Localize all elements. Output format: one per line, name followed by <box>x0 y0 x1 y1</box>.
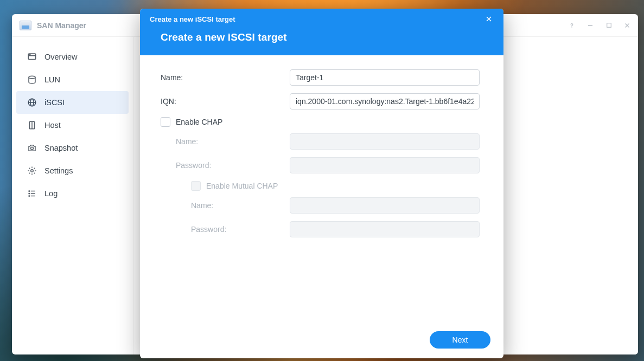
enable-chap-label: Enable CHAP <box>176 118 222 126</box>
mutual-chap-name-input <box>290 197 480 214</box>
list-icon <box>26 188 38 199</box>
sidebar-item-label: Snapshot <box>44 144 78 152</box>
chap-password-label: Password: <box>176 161 290 170</box>
disk-icon <box>26 74 38 86</box>
sidebar-item-settings[interactable]: Settings <box>16 159 129 182</box>
sidebar-item-overview[interactable]: Overview <box>16 46 129 68</box>
dialog-footer: Next <box>140 326 503 358</box>
sidebar-item-label: Overview <box>44 53 77 61</box>
sidebar-item-snapshot[interactable]: Snapshot <box>16 137 129 159</box>
sidebar-item-label: LUN <box>44 75 60 84</box>
mutual-chap-password-input <box>290 221 480 237</box>
globe-icon <box>26 96 38 108</box>
app-title: SAN Manager <box>37 21 86 30</box>
enable-mutual-chap-label: Enable Mutual CHAP <box>206 182 278 190</box>
dialog-step-title: Create a new iSCSI target <box>150 15 235 23</box>
mutual-chap-name-label: Name: <box>191 201 290 210</box>
chap-password-input <box>290 157 480 173</box>
mutual-chap-password-label: Password: <box>191 225 290 234</box>
help-icon[interactable] <box>568 21 576 30</box>
enable-chap-checkbox[interactable] <box>161 117 170 127</box>
next-button[interactable]: Next <box>430 331 490 349</box>
iqn-input[interactable] <box>290 93 480 109</box>
dialog-heading: Create a new iSCSI target <box>161 31 287 43</box>
svg-rect-2 <box>607 23 611 28</box>
sidebar-item-label: Host <box>44 121 61 130</box>
chap-name-input <box>290 133 480 150</box>
svg-point-20 <box>29 193 30 194</box>
close-icon[interactable] <box>484 14 494 24</box>
svg-point-7 <box>30 54 30 55</box>
close-window-icon[interactable] <box>623 21 632 30</box>
sidebar-item-lun[interactable]: LUN <box>16 68 129 91</box>
maximize-icon[interactable] <box>604 21 613 30</box>
window-controls <box>568 21 632 30</box>
gear-icon <box>26 165 38 177</box>
host-icon <box>26 119 38 131</box>
name-input[interactable] <box>290 69 480 86</box>
sidebar: Overview LUN iSCSI Host <box>12 37 133 354</box>
svg-point-0 <box>571 27 572 27</box>
dialog-header: Create a new iSCSI target Create a new i… <box>140 9 503 55</box>
app-icon <box>20 21 31 30</box>
dashboard-icon <box>26 51 38 63</box>
sidebar-item-label: Settings <box>44 166 73 175</box>
sidebar-item-iscsi[interactable]: iSCSI <box>16 91 129 114</box>
svg-point-21 <box>29 196 30 197</box>
sidebar-item-host[interactable]: Host <box>16 114 129 137</box>
svg-point-14 <box>31 147 34 150</box>
sidebar-item-label: Log <box>44 189 58 198</box>
svg-point-8 <box>29 76 35 79</box>
sidebar-item-label: iSCSI <box>44 98 65 107</box>
svg-point-19 <box>29 191 30 192</box>
dialog-body: Name: IQN: Enable CHAP Name: Password: E… <box>140 55 503 326</box>
name-label: Name: <box>161 73 290 82</box>
camera-icon <box>26 142 38 154</box>
minimize-icon[interactable] <box>586 21 595 30</box>
enable-mutual-chap-checkbox <box>191 181 201 191</box>
chap-name-label: Name: <box>176 137 290 146</box>
iqn-label: IQN: <box>161 97 290 106</box>
sidebar-item-log[interactable]: Log <box>16 182 129 205</box>
svg-point-15 <box>31 170 34 172</box>
create-iscsi-target-dialog: Create a new iSCSI target Create a new i… <box>140 9 503 358</box>
